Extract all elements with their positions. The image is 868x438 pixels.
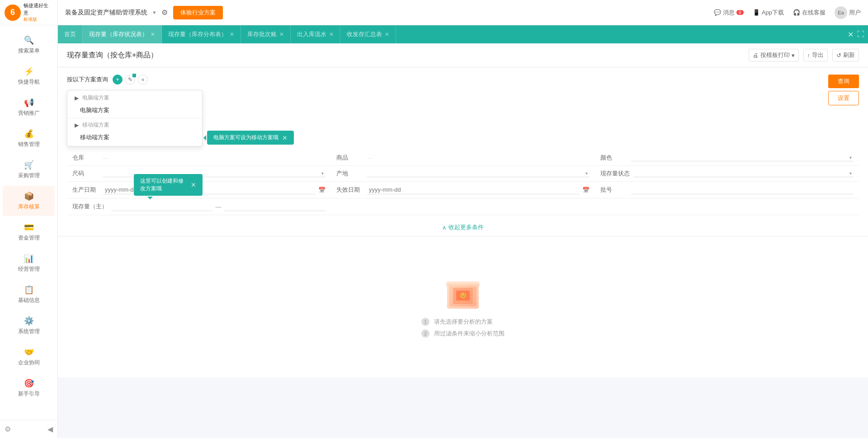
filter-cell-goods: 商品 ··· [331,150,595,166]
tab-batch-ledger[interactable]: 库存批次账 ✕ [241,25,291,43]
sidebar-item-operation[interactable]: 📊 经营管理 [3,248,55,278]
tab-inout-flow[interactable]: 出入库流水 ✕ [291,25,340,43]
print-btn[interactable]: 🖨 按模板打印 ▾ [749,49,799,61]
expire-date-start-input[interactable] [367,185,580,194]
origin-dropdown-icon: ▾ [585,171,588,176]
expire-date-range: 📅 [367,185,590,194]
export-btn[interactable]: ↑ 导出 [803,49,828,61]
tab-close-inventory-dist[interactable]: ✕ [230,31,234,38]
sidebar-item-purchase[interactable]: 🛒 采购管理 [3,155,55,185]
tab-inventory-dist[interactable]: 现存量（库存分布表） ✕ [162,25,241,43]
filter-row-1: 仓库 ··· 商品 ··· 颜色 ▾ [67,150,859,166]
tab-close-inventory-status[interactable]: ✕ [151,31,155,38]
collapse-btn[interactable]: ∧ 收起更多条件 [442,223,484,231]
tooltip-scheme-close[interactable]: ✕ [282,134,288,141]
phone-icon: 📱 [753,9,760,16]
sidebar-item-quick-nav[interactable]: ⚡ 快捷导航 [3,61,55,91]
origin-select[interactable]: ▾ [367,170,590,177]
page-header: 现存量查询（按仓库+商品） 🖨 按模板打印 ▾ ↑ 导出 ↺ 刷新 [58,43,868,67]
stock-status-select[interactable]: ▾ [633,170,854,177]
topbar-right: 💬 消息 6 📱 App下载 🎧 在线客服 Ea 用户 [714,6,861,19]
logo-icon: 6 [5,5,21,21]
sidebar-item-basic[interactable]: 📋 基础信息 [3,279,55,310]
user-item[interactable]: Ea 用户 [835,6,861,19]
scheme-item-mobile[interactable]: 移动端方案 [67,131,202,144]
filter-cell-empty-2 [595,198,859,215]
topbar: 装备及固定资产辅助管理系统 ▾ ⚙ 体验行业方案 💬 消息 6 📱 App下载 … [58,0,868,25]
scheme-item-pc[interactable]: 电脑端方案 [67,104,202,117]
purchase-icon: 🛒 [24,160,34,170]
sidebar-item-inventory[interactable]: 📦 库存核算 [3,186,55,216]
topbar-left: 装备及固定资产辅助管理系统 ▾ ⚙ 体验行业方案 [65,6,223,19]
main-content: 现存量查询（按仓库+商品） 🖨 按模板打印 ▾ ↑ 导出 ↺ 刷新 查询 设置 … [58,43,868,438]
search-icon: 🔍 [24,35,34,45]
tab-home[interactable]: 首页 [58,25,83,43]
system-name: 装备及固定资产辅助管理系统 [65,9,147,17]
app-download-item[interactable]: 📱 App下载 [753,9,784,17]
sidebar-bottom: ⚙ ◀ [0,420,57,438]
edit-scheme-btn[interactable]: ✎ [125,75,135,85]
print-dropdown-icon: ▾ [792,52,795,59]
tooltip-create-close[interactable]: ✕ [191,181,196,188]
scheme-list-btn[interactable]: « [138,75,148,85]
sidebar-item-finance[interactable]: 💳 资金管理 [3,217,55,247]
industry-btn[interactable]: 体验行业方案 [173,6,223,19]
tab-close-inout-flow[interactable]: ✕ [329,31,334,38]
stock-qty-min-input[interactable] [111,202,213,211]
goods-more-btn[interactable]: ··· [367,155,372,161]
warehouse-more-btn[interactable]: ··· [103,155,108,161]
sidebar: 6 畅捷通好生意 标准版 🔍 搜索菜单 ⚡ 快捷导航 📢 营销推广 💰 销售管理… [0,0,58,438]
refresh-btn[interactable]: ↺ 刷新 [832,49,859,61]
online-service-item[interactable]: 🎧 在线客服 [793,9,826,17]
step-1-num: 1 [421,318,429,326]
scheme-section-mobile: ▶ 移动端方案 [67,119,202,131]
collapse-area: ∧ 收起更多条件 [67,219,859,236]
sidebar-item-enterprise[interactable]: 🤝 企业协同 [3,342,55,372]
finance-icon: 💳 [24,222,34,232]
empty-step-1: 1 请先选择要分析的方案 [421,318,505,326]
sidebar-item-search[interactable]: 🔍 搜索菜单 [3,30,55,60]
reset-btn[interactable]: 设置 [828,91,859,105]
sidebar-item-marketing[interactable]: 📢 营销推广 [3,92,55,122]
step-2-num: 2 [421,330,429,338]
settings-bottom-icon[interactable]: ⚙ [5,425,11,433]
sidebar-item-system[interactable]: ⚙️ 系统管理 [3,311,55,341]
batch-input[interactable] [631,185,854,194]
tab-recv-summary[interactable]: 收发存汇总表 ✕ [340,25,396,43]
stock-qty-range: — [111,202,326,211]
prod-date-start-cal-icon[interactable]: 📅 [318,187,326,193]
arrow-right-icon: ▶ [75,95,79,101]
filter-cell-stock-qty: 现存量（主） — [67,198,331,215]
color-select[interactable]: ▾ [631,154,854,161]
settings-icon[interactable]: ⚙ [161,8,168,17]
tab-window-close-icon[interactable]: ✕ [848,30,854,39]
marketing-icon: 📢 [24,98,34,108]
stock-qty-max-input[interactable] [224,202,326,211]
arrow-right-icon2: ▶ [75,122,79,128]
filter-label: 按以下方案查询 [67,75,108,84]
tab-fullscreen-icon[interactable]: ⛶ [857,30,864,38]
operation-icon: 📊 [24,254,34,264]
filter-cell-origin: 产地 ▾ [331,166,595,182]
message-icon: 💬 [714,9,721,16]
message-item[interactable]: 💬 消息 6 [714,9,744,17]
filter-header: 按以下方案查询 + ✎ « 电脑方案可设为移动方案哦 ✕ [67,75,859,85]
collapse-icon: ∧ [442,224,447,231]
expire-date-start-cal-icon[interactable]: 📅 [582,187,590,193]
scheme-panel: ▶ 电脑端方案 电脑端方案 ▶ 移动端方案 移动端方案 [67,90,203,146]
empty-state: 😐 1 请先选择要分析的方案 2 用过滤条件来缩小分析范围 [58,236,868,377]
tab-close-batch-ledger[interactable]: ✕ [279,31,284,38]
sidebar-logo: 6 畅捷通好生意 标准版 [0,0,57,25]
avatar: Ea [835,6,847,19]
edit-icon: ✎ [128,76,132,83]
tabbar: 首页 现存量（库存状况表） ✕ 现存量（库存分布表） ✕ 库存批次账 ✕ 出入库… [58,25,868,43]
collapse-sidebar-icon[interactable]: ◀ [47,425,53,433]
tabbar-actions: ✕ ⛶ [844,25,868,43]
inventory-icon: 📦 [24,191,34,201]
add-scheme-btn[interactable]: + [113,75,123,85]
tab-close-recv-summary[interactable]: ✕ [385,31,389,38]
tab-inventory-status[interactable]: 现存量（库存状况表） ✕ [83,25,162,43]
system-dropdown-icon[interactable]: ▾ [153,9,156,16]
sidebar-item-guide[interactable]: 🎯 新手引导 [3,373,55,403]
sidebar-item-sales[interactable]: 💰 销售管理 [3,123,55,154]
